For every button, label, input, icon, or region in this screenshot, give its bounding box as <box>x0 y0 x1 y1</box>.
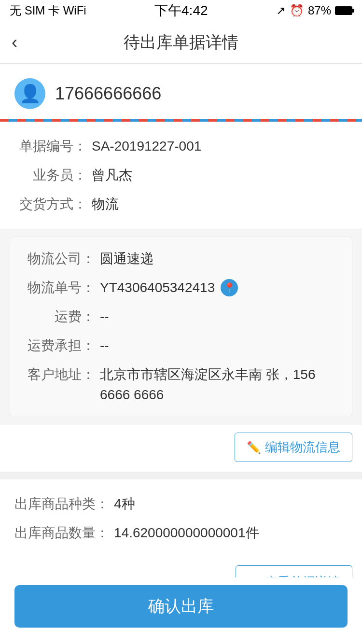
status-bar: 无 SIM 卡 WiFi 下午4:42 ↗ ⏰ 87% <box>0 0 362 21</box>
alarm-icon: ⏰ <box>290 4 304 17</box>
delivery-method-row: 交货方式： 物流 <box>14 194 348 214</box>
confirm-btn-label: 确认出库 <box>148 595 214 617</box>
customer-row: 👤 17666666666 <box>14 78 348 119</box>
logistics-company-value: 圆通速递 <box>100 249 339 269</box>
delivery-method-value: 物流 <box>92 194 348 214</box>
salesperson-label: 业务员： <box>14 165 87 185</box>
goods-types-label: 出库商品种类： <box>14 494 109 514</box>
address-label: 客户地址： <box>23 364 95 385</box>
sim-status: 无 SIM 卡 WiFi <box>10 3 86 18</box>
document-info-section: 单据编号： SA-20191227-001 业务员： 曾凡杰 交货方式： 物流 <box>0 122 362 229</box>
status-time: 下午4:42 <box>154 1 208 20</box>
goods-types-value: 4种 <box>114 494 348 514</box>
edit-btn-row: ✏️ 编辑物流信息 <box>0 425 362 472</box>
logistics-tracking-label: 物流单号： <box>23 278 95 298</box>
logistics-tracking-row: 物流单号： YT4306405342413 <box>23 278 339 298</box>
nav-bar: ‹ 待出库单据详情 <box>0 21 362 64</box>
goods-quantity-row: 出库商品数量： 14.620000000000001件 <box>14 523 348 543</box>
tracking-number-text: YT4306405342413 <box>100 278 215 298</box>
address-value: 北京市市辖区海淀区永丰南 张，156 6666 6666 <box>100 364 339 405</box>
status-right: ↗ ⏰ 87% <box>276 4 352 17</box>
confirm-outbound-button[interactable]: 确认出库 <box>14 585 348 628</box>
edit-icon: ✏️ <box>247 441 261 454</box>
battery-icon <box>335 6 352 15</box>
doc-number-row: 单据编号： SA-20191227-001 <box>14 136 348 156</box>
tracking-location-icon[interactable] <box>221 279 238 296</box>
delivery-method-label: 交货方式： <box>14 194 87 214</box>
freight-label: 运费： <box>23 307 95 327</box>
freight-row: 运费： -- <box>23 307 339 327</box>
logistics-company-label: 物流公司： <box>23 249 95 269</box>
customer-card: 👤 17666666666 <box>0 64 362 119</box>
goods-quantity-value: 14.620000000000001件 <box>114 523 348 543</box>
logistics-card: 物流公司： 圆通速递 物流单号： YT4306405342413 运费： -- … <box>10 237 352 417</box>
freight-bearer-label: 运费承担： <box>23 336 95 356</box>
avatar: 👤 <box>14 78 45 109</box>
goods-section: 出库商品种类： 4种 出库商品数量： 14.620000000000001件 <box>0 479 362 558</box>
logistics-tracking-value: YT4306405342413 <box>100 278 339 298</box>
battery-level: 87% <box>308 4 331 17</box>
back-button[interactable]: ‹ <box>12 32 17 53</box>
customer-phone: 17666666666 <box>55 84 161 104</box>
salesperson-row: 业务员： 曾凡杰 <box>14 165 348 185</box>
edit-logistics-button[interactable]: ✏️ 编辑物流信息 <box>235 433 352 462</box>
page-title: 待出库单据详情 <box>124 31 238 54</box>
goods-types-row: 出库商品种类： 4种 <box>14 494 348 514</box>
edit-logistics-label: 编辑物流信息 <box>265 439 340 456</box>
doc-number-label: 单据编号： <box>14 136 87 156</box>
status-left: 无 SIM 卡 WiFi <box>10 3 86 18</box>
address-row: 客户地址： 北京市市辖区海淀区永丰南 张，156 6666 6666 <box>23 364 339 405</box>
content-area: 👤 17666666666 单据编号： SA-20191227-001 业务员：… <box>0 64 362 644</box>
confirm-btn-container: 确认出库 <box>0 577 362 644</box>
freight-value: -- <box>100 307 339 327</box>
doc-number-value: SA-20191227-001 <box>92 136 348 156</box>
section-divider <box>0 472 362 479</box>
salesperson-value: 曾凡杰 <box>92 165 348 185</box>
freight-bearer-row: 运费承担： -- <box>23 336 339 356</box>
logistics-company-row: 物流公司： 圆通速递 <box>23 249 339 269</box>
location-icon-status: ↗ <box>276 4 286 17</box>
person-icon: 👤 <box>19 84 41 104</box>
freight-bearer-value: -- <box>100 336 339 356</box>
goods-quantity-label: 出库商品数量： <box>14 523 109 543</box>
